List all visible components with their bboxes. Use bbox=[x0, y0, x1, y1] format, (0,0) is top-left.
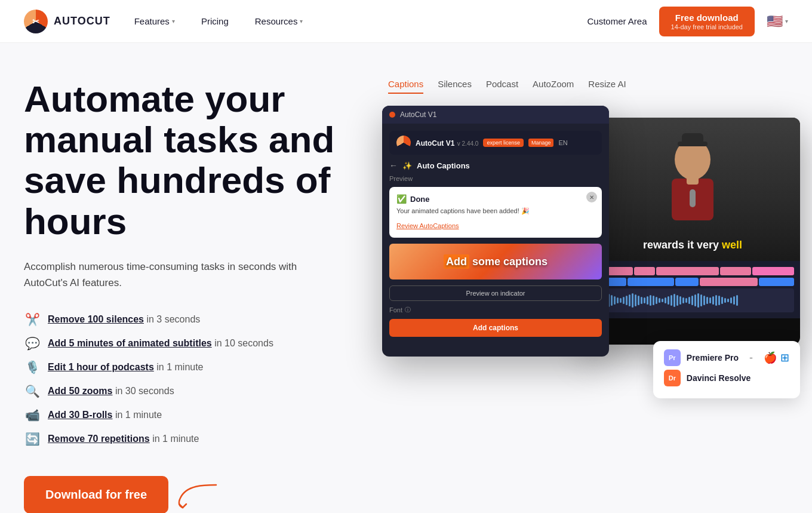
premiere-pro-label: Premiere Pro bbox=[687, 353, 739, 363]
caption-preview-text: Add some captions bbox=[444, 256, 548, 268]
back-btn[interactable]: ← bbox=[389, 161, 398, 170]
podcasts-link[interactable]: Edit 1 hour of podcasts bbox=[48, 362, 154, 372]
navbar: AUTOCUT Features ▾ Pricing Resources ▾ C… bbox=[0, 0, 812, 43]
section-header: ← ✨ Auto Captions bbox=[389, 161, 602, 170]
bg-video-panel: rewards it very well bbox=[585, 118, 800, 345]
tl-seg bbox=[752, 267, 794, 275]
close-button[interactable]: ✕ bbox=[586, 192, 597, 202]
captions-icon-small: ✨ bbox=[402, 161, 412, 170]
review-link[interactable]: Review AutoCaptions bbox=[396, 222, 459, 229]
apple-icon: 🍎 bbox=[764, 351, 777, 364]
repeat-icon: 🔄 bbox=[24, 432, 41, 446]
done-dialog: ✕ ✅ Done Your animated captions have bee… bbox=[389, 187, 602, 238]
separator: - bbox=[749, 352, 753, 364]
app-title: AutoCut V1 bbox=[400, 110, 436, 119]
zooms-link[interactable]: Add 50 zooms bbox=[48, 386, 112, 396]
download-button[interactable]: Download for free bbox=[24, 476, 168, 513]
tab-captions[interactable]: Captions bbox=[388, 79, 423, 94]
windows-icon: ⊞ bbox=[780, 351, 789, 364]
tab-silences[interactable]: Silences bbox=[438, 79, 472, 94]
done-title: Done bbox=[410, 195, 430, 204]
brolls-link[interactable]: Add 30 B-rolls bbox=[48, 410, 112, 420]
font-label: Font bbox=[389, 306, 402, 314]
os-icons: 🍎 ⊞ bbox=[764, 351, 789, 364]
tab-autozoom[interactable]: AutoZoom bbox=[533, 79, 574, 94]
timeline-row-1 bbox=[591, 267, 794, 275]
tl-seg bbox=[759, 278, 794, 286]
done-description: Your animated captions have been added! … bbox=[396, 207, 595, 215]
feature-tabs: Captions Silences Podcast AutoZoom Resiz… bbox=[382, 79, 788, 94]
arrow-decoration bbox=[174, 480, 222, 510]
caption-word-rest: some captions bbox=[472, 256, 548, 268]
customer-area-link[interactable]: Customer Area bbox=[587, 16, 647, 26]
caption-word-add: Add bbox=[444, 254, 469, 269]
tl-seg bbox=[656, 267, 719, 275]
license-badge: expert license bbox=[483, 139, 524, 147]
app-titlebar: AutoCut V1 bbox=[382, 106, 609, 124]
svg-rect-2 bbox=[682, 133, 703, 145]
tl-seg bbox=[720, 267, 751, 275]
app-logo-small bbox=[396, 136, 411, 150]
app-version: v 2.44.0 bbox=[457, 140, 479, 147]
feature-subtitles: 💬 Add 5 minutes of animated subtitles in… bbox=[24, 336, 358, 351]
nav-pricing[interactable]: Pricing bbox=[199, 11, 231, 31]
nav-resources[interactable]: Resources ▾ bbox=[253, 11, 306, 31]
davinci-label: Davinci Resolve bbox=[687, 373, 751, 383]
font-info-icon: ⓘ bbox=[405, 306, 411, 314]
timeline-row-2 bbox=[591, 278, 794, 286]
tab-podcast[interactable]: Podcast bbox=[486, 79, 518, 94]
screenshots-area: AutoCut V1 AutoCut V1 v 2.44.0 expert li… bbox=[382, 106, 788, 392]
tl-seg bbox=[675, 278, 699, 286]
subtitles-link[interactable]: Add 5 minutes of animated subtitles bbox=[48, 338, 212, 348]
premiere-pro-row: Pr Premiere Pro - 🍎 ⊞ bbox=[664, 349, 789, 366]
resources-chevron: ▾ bbox=[300, 18, 303, 24]
manage-badge[interactable]: Manage bbox=[528, 139, 554, 147]
silences-link[interactable]: Remove 100 silences bbox=[48, 314, 144, 324]
hero-section: Automate your manual tasks and save hund… bbox=[0, 43, 812, 513]
caption-overlay: rewards it very well bbox=[643, 239, 742, 251]
feature-silences: ✂️ Remove 100 silences in 3 seconds bbox=[24, 312, 358, 327]
nav-right: Customer Area Free download 14-day free … bbox=[587, 7, 788, 36]
app-name-group: AutoCut V1 v 2.44.0 bbox=[416, 137, 478, 148]
person-svg bbox=[657, 130, 728, 249]
scissors-icon: ✂️ bbox=[24, 312, 41, 327]
language-selector[interactable]: 🇺🇸▾ bbox=[767, 14, 788, 29]
section-title: Auto Captions bbox=[417, 161, 470, 170]
tl-seg bbox=[634, 267, 655, 275]
feature-brolls: 📹 Add 30 B-rolls in 1 minute bbox=[24, 408, 358, 422]
add-captions-button[interactable]: Add captions bbox=[389, 319, 602, 337]
hero-title: Automate your manual tasks and save hund… bbox=[24, 79, 358, 242]
app-screenshot: AutoCut V1 AutoCut V1 v 2.44.0 expert li… bbox=[382, 106, 609, 357]
hero-subtitle: Accomplish numerous time-consuming tasks… bbox=[24, 259, 310, 291]
video-icon: 📹 bbox=[24, 408, 41, 422]
font-row: Font ⓘ bbox=[389, 306, 602, 314]
audio-waveform bbox=[591, 288, 794, 312]
free-download-button[interactable]: Free download 14-day free trial included bbox=[659, 7, 755, 36]
feature-list: ✂️ Remove 100 silences in 3 seconds 💬 Ad… bbox=[24, 312, 358, 446]
nav-features[interactable]: Features ▾ bbox=[132, 11, 177, 31]
logo[interactable]: AUTOCUT bbox=[24, 10, 110, 33]
davinci-row: Dr Davinci Resolve bbox=[664, 370, 789, 386]
feature-repetitions: 🔄 Remove 70 repetitions in 1 minute bbox=[24, 432, 358, 446]
app-dot bbox=[389, 112, 395, 118]
mic-icon: 🎙️ bbox=[24, 360, 41, 374]
app-lang: EN bbox=[558, 139, 567, 146]
tl-seg bbox=[628, 278, 674, 286]
feature-podcasts: 🎙️ Edit 1 hour of podcasts in 1 minute bbox=[24, 360, 358, 374]
feature-zooms: 🔍 Add 50 zooms in 30 seconds bbox=[24, 384, 358, 398]
timeline-area bbox=[585, 261, 800, 318]
nav-left: AUTOCUT Features ▾ Pricing Resources ▾ bbox=[24, 10, 305, 33]
cta-row: Download for free bbox=[24, 476, 358, 513]
repetitions-link[interactable]: Remove 70 repetitions bbox=[48, 434, 150, 444]
preview-label: Preview bbox=[389, 175, 602, 182]
tl-seg bbox=[700, 278, 758, 286]
app-header-bar: AutoCut V1 v 2.44.0 expert license Manag… bbox=[389, 131, 602, 155]
preview-on-indicator-button[interactable]: Preview on indicator bbox=[389, 285, 602, 301]
app-name: AutoCut V1 bbox=[416, 139, 454, 148]
davinci-icon: Dr bbox=[664, 370, 681, 386]
tab-resize-ai[interactable]: Resize AI bbox=[588, 79, 626, 94]
hero-left: Automate your manual tasks and save hund… bbox=[24, 79, 358, 513]
premiere-pro-icon: Pr bbox=[664, 349, 681, 366]
captions-icon: 💬 bbox=[24, 336, 41, 351]
svg-rect-5 bbox=[687, 176, 699, 185]
